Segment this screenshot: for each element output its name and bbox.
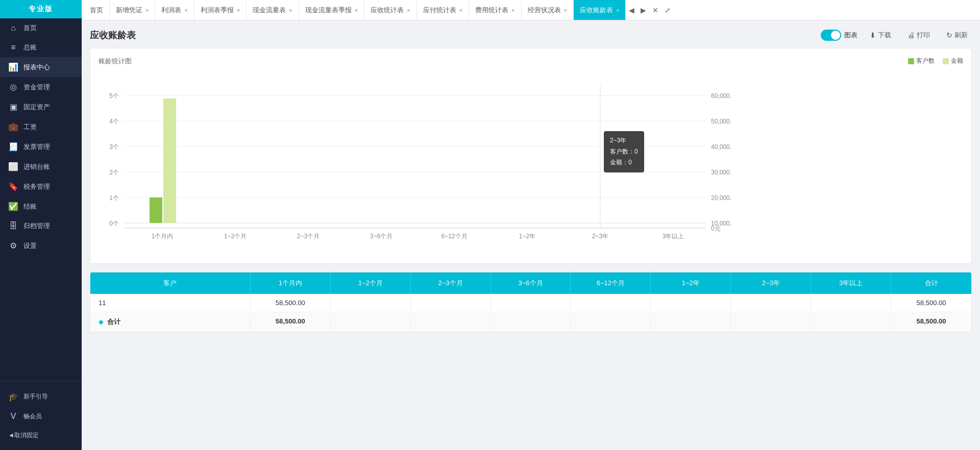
tab-profit-close[interactable]: × [184, 7, 187, 13]
svg-text:50,000.00元: 50,000.00元 [711, 118, 731, 125]
tab-biz-label: 经营状况表 [528, 6, 561, 15]
svg-text:2~3年: 2~3年 [592, 233, 608, 240]
home-icon: ⌂ [8, 23, 18, 33]
sidebar-bottom: 🎓 新手引导 V 畅会员 ◄取消固定 [0, 381, 82, 450]
tab-expense-close[interactable]: × [511, 7, 514, 13]
sidebar-item-label-archive: 归档管理 [23, 221, 50, 231]
sidebar-item-label-fund: 资金管理 [23, 83, 50, 92]
tab-biz[interactable]: 经营状况表 × [522, 0, 574, 20]
sidebar-item-label-salary: 工资 [23, 122, 37, 132]
tab-home-label: 首页 [90, 6, 103, 15]
purchase-icon: ⬜ [8, 162, 18, 171]
bar-amount-1month [163, 98, 176, 223]
archive-icon: 🗄 [8, 221, 18, 231]
total-icon: ◈ [99, 318, 103, 326]
tab-ar-stats[interactable]: 应收统计表 × [364, 0, 416, 20]
chart-legend: 客户数 金额 [908, 57, 963, 65]
data-table: 客户 1个月内 1~2个月 2~3个月 3~6个月 6~12个月 1~2年 2~… [90, 272, 972, 333]
sidebar-item-label-purchase: 进销台账 [23, 162, 50, 171]
tab-cashflow-q-close[interactable]: × [355, 7, 358, 13]
tab-home[interactable]: 首页 [84, 0, 110, 20]
th-year12: 1~2年 [651, 272, 731, 294]
download-button[interactable]: ⬇ 下载 [866, 29, 895, 42]
td-total-year23 [731, 312, 811, 332]
sidebar-item-ledger[interactable]: ≡ 总账 [0, 38, 82, 57]
legend-amount-label: 金额 [951, 57, 963, 65]
sidebar-collapse-btn[interactable]: ◄取消固定 [0, 426, 82, 445]
tab-cashflow-q[interactable]: 现金流量表季报 × [299, 0, 364, 20]
sidebar-item-salary[interactable]: 💼 工资 [0, 117, 82, 137]
chart-title: 账龄统计图 [99, 57, 963, 66]
report-icon: 📊 [8, 62, 18, 72]
th-month36: 3~6个月 [491, 272, 571, 294]
tab-close-all[interactable]: ✕ [649, 0, 662, 20]
tab-nav-next[interactable]: ▶ [638, 0, 649, 20]
sidebar-item-report-center[interactable]: 📊 报表中心 [0, 57, 82, 77]
th-month23: 2~3个月 [411, 272, 491, 294]
tab-bar: 首页 新增凭证 × 利润表 × 利润表季报 × 现金流量表 × 现金流量表季报 … [82, 0, 980, 20]
th-total: 合计 [891, 272, 971, 294]
bar-count-1month [150, 197, 162, 223]
main-area: 首页 新增凭证 × 利润表 × 利润表季报 × 现金流量表 × 现金流量表季报 … [82, 0, 980, 450]
tab-profit-q-close[interactable]: × [237, 7, 240, 13]
guide-icon: 🎓 [8, 392, 18, 402]
tab-cashflow-close[interactable]: × [289, 7, 292, 13]
td-total: 58,500.00 [891, 294, 971, 312]
sidebar-item-settings[interactable]: ⚙ 设置 [0, 236, 82, 256]
chart-container: 账龄统计图 客户数 金额 5个 4个 3个 2个 1个 [90, 48, 972, 264]
svg-text:1个: 1个 [109, 194, 119, 202]
td-month23 [411, 294, 491, 312]
sidebar-item-fund-mgmt[interactable]: ◎ 资金管理 [0, 77, 82, 97]
fund-icon: ◎ [8, 82, 18, 92]
tab-ar-aging[interactable]: 应收账龄表 × [574, 0, 626, 20]
chart-toggle[interactable] [821, 30, 841, 41]
svg-text:2个: 2个 [109, 169, 119, 176]
tab-nav-prev[interactable]: ◀ [626, 0, 638, 20]
sidebar-item-tax[interactable]: 🔖 税务管理 [0, 177, 82, 196]
tab-maximize[interactable]: ⤢ [662, 0, 674, 20]
sidebar-item-home[interactable]: ⌂ 首页 [0, 18, 82, 38]
th-month12: 1~2个月 [331, 272, 411, 294]
svg-text:6~12个月: 6~12个月 [441, 233, 467, 240]
tab-profit-q[interactable]: 利润表季报 × [194, 0, 247, 20]
page-content: 应收账龄表 图表 ⬇ 下载 🖨 打印 ↻ 刷新 [82, 20, 980, 450]
tab-expense-label: 费用统计表 [475, 6, 508, 15]
tab-ar-aging-label: 应收账龄表 [580, 6, 613, 15]
tab-profit[interactable]: 利润表 × [155, 0, 194, 20]
sidebar-item-guide[interactable]: 🎓 新手引导 [0, 387, 82, 407]
td-month612 [571, 294, 651, 312]
sidebar-item-purchase-sales[interactable]: ⬜ 进销台账 [0, 157, 82, 177]
refresh-button[interactable]: ↻ 刷新 [942, 29, 972, 42]
th-year3plus: 3年以上 [811, 272, 891, 294]
page-title: 应收账龄表 [90, 29, 136, 41]
td-total-label: ◈ 合计 [90, 312, 251, 332]
page-header: 应收账龄表 图表 ⬇ 下载 🖨 打印 ↻ 刷新 [90, 29, 972, 42]
td-customer: 11 [90, 294, 251, 312]
td-total-total: 58,500.00 [891, 312, 971, 332]
svg-text:3个: 3个 [109, 143, 119, 151]
tab-expense[interactable]: 费用统计表 × [469, 0, 521, 20]
sidebar-item-label-tax: 税务管理 [23, 182, 50, 191]
svg-text:1~2个月: 1~2个月 [224, 233, 247, 240]
sidebar-item-label-ledger: 总账 [23, 43, 37, 52]
sidebar-item-vip[interactable]: V 畅会员 [0, 407, 82, 426]
tab-ap-stats[interactable]: 应付统计表 × [417, 0, 469, 20]
legend-customer-count: 客户数 [908, 57, 935, 65]
print-button[interactable]: 🖨 打印 [903, 29, 934, 42]
table-total-row: ◈ 合计 58,500.00 58,500.00 [90, 312, 971, 332]
tax-icon: 🔖 [8, 182, 18, 191]
tab-cashflow[interactable]: 现金流量表 × [247, 0, 299, 20]
tab-biz-close[interactable]: × [564, 7, 567, 13]
tab-new-voucher[interactable]: 新增凭证 × [110, 0, 155, 20]
tab-new-voucher-close[interactable]: × [145, 7, 149, 13]
sidebar-item-fixed-assets[interactable]: ▣ 固定资产 [0, 97, 82, 117]
tab-ar-aging-close[interactable]: × [616, 7, 619, 13]
sidebar-item-invoice[interactable]: 🧾 发票管理 [0, 137, 82, 157]
svg-text:2~3个月: 2~3个月 [297, 233, 320, 240]
sidebar-item-label-settlement: 结账 [23, 202, 37, 211]
th-customer: 客户 [90, 272, 251, 294]
sidebar-item-settlement[interactable]: ✅ 结账 [0, 196, 82, 216]
sidebar-item-archive[interactable]: 🗄 归档管理 [0, 216, 82, 236]
tab-ar-stats-close[interactable]: × [407, 7, 410, 13]
tab-ap-stats-close[interactable]: × [459, 7, 462, 13]
